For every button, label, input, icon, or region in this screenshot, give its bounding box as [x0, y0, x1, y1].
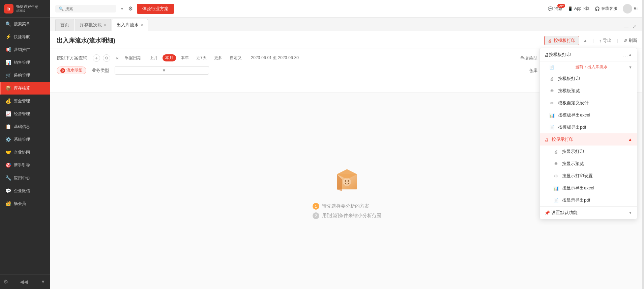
dp-display-excel[interactable]: 📊 按显示导出excel [540, 182, 637, 194]
tab-maximize-icon[interactable]: ⤢ [631, 23, 639, 31]
dp-template-preview[interactable]: 👁 按模板预览 [540, 85, 637, 97]
sidebar-item-weixin[interactable]: 💬 企业微信 [0, 184, 50, 197]
printer-icon: 🖨 [548, 38, 552, 43]
app-badge: 标准版 [16, 9, 38, 13]
sidebar-item-system[interactable]: ⚙️ 系统管理 [0, 133, 50, 146]
filter-label: 按以下方案查询 [57, 55, 87, 61]
print-dropdown-panel: 🖨 按模板打印 … ▲ 📄 当前：出入库流水 ▼ [539, 48, 637, 219]
dropdown-printer-icon: 🖨 [545, 52, 549, 57]
search-chevron-icon[interactable]: ▼ [120, 6, 124, 11]
display-print-small-icon: 🖨 [553, 149, 559, 154]
svg-point-5 [348, 180, 349, 182]
sidebar-item-shortcut[interactable]: ⚡ 快捷导航 [0, 30, 50, 43]
trial-btn[interactable]: 体验行业方案 [137, 4, 174, 14]
dropdown-chevron-icon[interactable]: ▲ [628, 52, 632, 57]
date-btn-7days[interactable]: 近7天 [194, 54, 209, 61]
app-download-btn[interactable]: 📱 App下载 [568, 6, 589, 11]
date-range: 2023-06-01 至 2023-06-30 [251, 55, 299, 61]
sidebar-item-sales[interactable]: 📊 销售管理 [0, 56, 50, 69]
sidebar-nav: 🔍 搜索菜单 ⚡ 快捷导航 📢 营销推广 📊 销售管理 🛒 采购管理 📦 [0, 18, 50, 274]
filter-gear-btn[interactable]: ⚙ [103, 54, 110, 62]
tools-icon: 🔧 [5, 175, 11, 181]
empty-steps: 1 请先选择要分析的方案 2 用[过滤]条件来缩小分析范围 [313, 203, 381, 219]
dp-set-default[interactable]: 📌 设置默认功能 ▼ [540, 206, 637, 219]
date-btn-this-month[interactable]: 本月 [163, 54, 176, 61]
dp-template-print[interactable]: 🖨 按模板打印 [540, 73, 637, 85]
business-type-select[interactable]: ▼ [115, 66, 209, 75]
dp-display-print[interactable]: 🖨 按显示打印 [540, 146, 637, 158]
display-section-chevron-icon[interactable]: ▲ [628, 137, 632, 142]
tab-home[interactable]: 首页 [55, 19, 74, 31]
business-select-arrow-icon: ▼ [162, 68, 205, 73]
dp-display-settings[interactable]: ⚙ 按显示打印设置 [540, 170, 637, 182]
top-gear-icon[interactable]: ⚙ [128, 5, 133, 12]
top-search-box[interactable]: 🔍 [55, 5, 116, 12]
box-icon: 📦 [5, 85, 11, 91]
date-btn-more[interactable]: 更多 [211, 54, 225, 61]
top-search-input[interactable] [65, 6, 113, 11]
voucher-type-label: 单据类型 [520, 55, 537, 61]
sidebar-item-search[interactable]: 🔍 搜索菜单 [0, 18, 50, 30]
dp-template-excel[interactable]: 📊 按模板导出excel [540, 109, 637, 121]
refresh-btn[interactable]: ↺ 刷新 [623, 37, 637, 44]
page-header: 出入库流水(流水明细) 🖨 按模板打印 ▲ | ↑ 导出 | ↺ [50, 31, 644, 49]
tab-flow-close[interactable]: × [141, 23, 143, 27]
scroll-down-arrow[interactable]: ▼ [39, 278, 47, 286]
sidebar-item-finance[interactable]: 💰 资金管理 [0, 95, 50, 107]
sidebar-item-basic[interactable]: 📋 基础信息 [0, 120, 50, 133]
date-btn-custom[interactable]: 自定义 [227, 54, 244, 61]
filter-tag[interactable]: ⚙ 流水明细 [57, 67, 86, 74]
app-logo-icon: b [4, 4, 13, 14]
sidebar-item-operations[interactable]: 📈 经营管理 [0, 107, 50, 120]
sidebar-item-member[interactable]: 👑 畅会员 [0, 197, 50, 210]
current-chevron-icon[interactable]: ▼ [628, 65, 632, 69]
dp-display-pdf[interactable]: 📄 按显示导出pdf [540, 194, 637, 206]
dp-template-pdf[interactable]: 📄 按模板导出pdf [540, 121, 637, 133]
filter-collapse-icon[interactable]: « [116, 55, 119, 61]
filter-add-btn[interactable]: + [93, 54, 100, 62]
sidebar-item-inventory[interactable]: 📦 库存核算 [0, 82, 50, 95]
search-icon: 🔍 [5, 21, 11, 27]
phone-icon: 📱 [568, 6, 573, 11]
date-btn-this-year[interactable]: 本年 [178, 54, 192, 61]
search-icon: 🔍 [59, 6, 64, 11]
sidebar-item-appstore[interactable]: 🔧 应用中心 [0, 172, 50, 184]
tab-batch-close[interactable]: × [104, 23, 106, 27]
settings-icon[interactable]: ⚙ [3, 279, 8, 285]
dropdown-current: 📄 当前：出入库流水 ▼ [540, 61, 637, 73]
date-btn-last-month[interactable]: 上月 [147, 54, 160, 61]
collapse-icon[interactable]: ◀◀ [20, 279, 28, 285]
empty-step-2: 2 用[过滤]条件来缩小分析范围 [313, 212, 381, 219]
lightning-icon: ⚡ [5, 34, 11, 40]
crown-icon: 👑 [5, 201, 11, 207]
tab-minimize-icon[interactable]: — [622, 23, 631, 31]
sidebar-item-guide[interactable]: 🎯 新手引导 [0, 159, 50, 172]
user-menu[interactable]: Rit [623, 4, 639, 14]
design-icon: ✏ [549, 100, 555, 106]
default-chevron-icon[interactable]: ▼ [628, 211, 632, 215]
date-label: 单据日期 [124, 55, 142, 61]
resize-handle[interactable] [642, 0, 644, 289]
filter-action-buttons: + ⚙ [93, 54, 110, 62]
dp-display-section-header[interactable]: 🖨 按显示打印 ▲ [540, 133, 637, 146]
default-icon: 📌 [545, 210, 550, 215]
page-header-actions: 🖨 按模板打印 ▲ | ↑ 导出 | ↺ 刷新 [544, 36, 637, 45]
print-chevron-icon[interactable]: ▲ [583, 38, 587, 43]
online-service-btn[interactable]: 🎧 在线客服 [595, 6, 617, 11]
headset-icon: 🎧 [595, 6, 600, 11]
export-icon: ↑ [599, 38, 602, 43]
export-btn[interactable]: ↑ 导出 [599, 37, 612, 44]
print-btn[interactable]: 🖨 按模板打印 [544, 36, 579, 45]
dp-display-preview[interactable]: 👁 按显示预览 [540, 158, 637, 170]
sidebar-item-marketing[interactable]: 📢 营销推广 [0, 43, 50, 56]
sidebar-item-purchase[interactable]: 🛒 采购管理 [0, 69, 50, 82]
dropdown-more-icon[interactable]: … [623, 52, 628, 58]
tab-flow[interactable]: 出入库流水 × [112, 19, 148, 31]
filter-tag-icon: ⚙ [60, 68, 65, 73]
dp-template-custom[interactable]: ✏ 模板自定义设计 [540, 97, 637, 109]
tab-batch[interactable]: 库存批次账 × [75, 19, 111, 31]
message-btn[interactable]: 💬 消息 99+ [548, 6, 562, 11]
sidebar-item-coop[interactable]: 🤝 企业协同 [0, 146, 50, 159]
display-settings-icon: ⚙ [553, 173, 559, 179]
tabs-bar: 首页 库存批次账 × 出入库流水 × — ⤢ [50, 18, 644, 31]
